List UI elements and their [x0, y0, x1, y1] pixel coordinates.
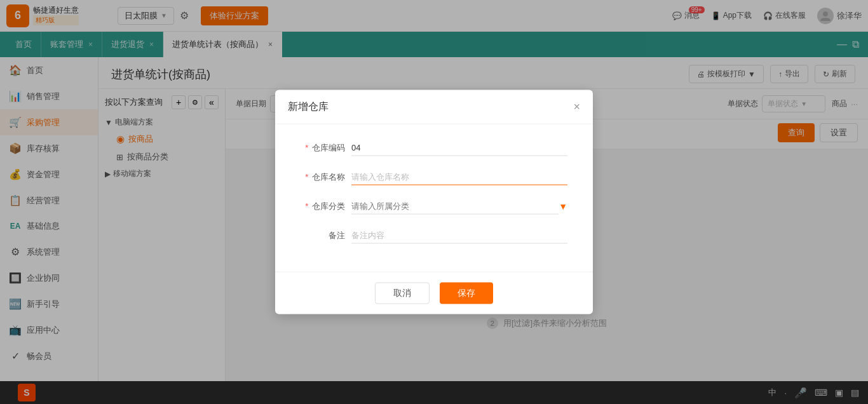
code-label: * 仓库编码: [301, 142, 351, 154]
name-input[interactable]: [351, 169, 567, 185]
form-row-code: * 仓库编码: [301, 140, 567, 156]
form-row-category: * 仓库分类 ▼: [301, 198, 567, 215]
save-button[interactable]: 保存: [440, 283, 493, 304]
category-label: * 仓库分类: [301, 201, 351, 212]
code-input[interactable]: [351, 140, 567, 156]
name-label: * 仓库名称: [301, 172, 351, 183]
form-row-name: * 仓库名称: [301, 169, 567, 185]
form-row-remark: 备注: [301, 227, 567, 244]
remark-input[interactable]: [351, 227, 567, 244]
modal-body: * 仓库编码 * 仓库名称 * 仓库分类 ▼: [275, 125, 593, 272]
modal-close-button[interactable]: ×: [573, 100, 580, 114]
code-required-star: *: [305, 143, 308, 152]
modal-header: 新增仓库 ×: [275, 90, 593, 125]
cancel-button[interactable]: 取消: [375, 283, 430, 304]
name-required-star: *: [305, 172, 308, 182]
category-select-input[interactable]: [351, 198, 559, 215]
modal-title: 新增仓库: [288, 100, 329, 114]
modal-footer: 取消 保存: [275, 272, 593, 314]
remark-label: 备注: [301, 230, 351, 241]
category-required-star: *: [305, 201, 308, 211]
category-dropdown-arrow-icon[interactable]: ▼: [559, 201, 567, 212]
category-select-container: ▼: [351, 198, 567, 215]
new-warehouse-modal: 新增仓库 × * 仓库编码 * 仓库名称 * 仓库分类: [275, 90, 593, 314]
